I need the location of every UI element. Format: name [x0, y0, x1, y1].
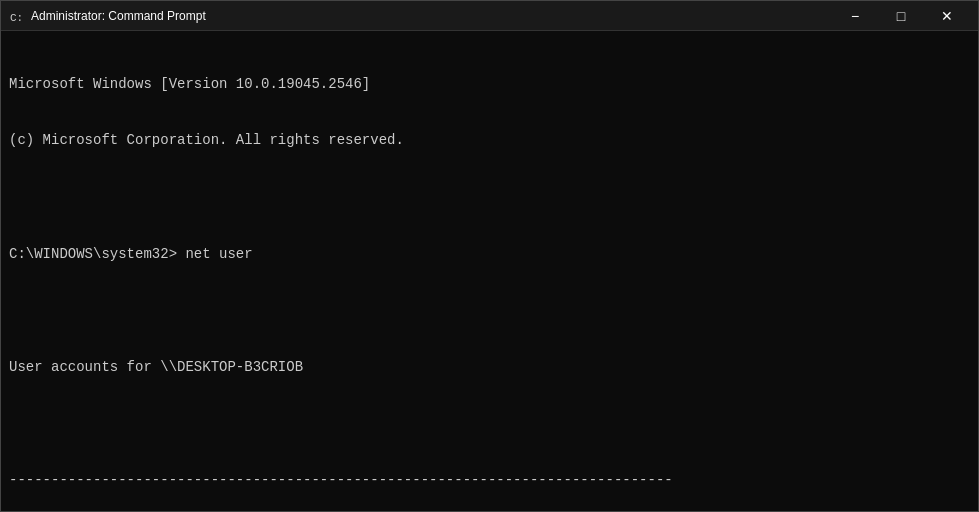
cmd-window: C: Administrator: Command Prompt − □ ✕ M… [0, 0, 979, 512]
minimize-button[interactable]: − [832, 1, 878, 31]
maximize-button[interactable]: □ [878, 1, 924, 31]
console-line-4: C:\WINDOWS\system32> net user [9, 245, 970, 264]
svg-text:C:: C: [10, 12, 23, 24]
console-line-3 [9, 188, 970, 207]
console-line-1: Microsoft Windows [Version 10.0.19045.25… [9, 75, 970, 94]
console-line-5 [9, 301, 970, 320]
title-bar: C: Administrator: Command Prompt − □ ✕ [1, 1, 978, 31]
console-line-2: (c) Microsoft Corporation. All rights re… [9, 131, 970, 150]
close-button[interactable]: ✕ [924, 1, 970, 31]
console-line-7 [9, 415, 970, 434]
window-controls: − □ ✕ [832, 1, 970, 31]
cmd-icon: C: [9, 8, 25, 24]
console-output: Microsoft Windows [Version 10.0.19045.25… [1, 31, 978, 511]
window-title: Administrator: Command Prompt [31, 9, 832, 23]
console-line-6: User accounts for \\DESKTOP-B3CRIOB [9, 358, 970, 377]
console-separator: ----------------------------------------… [9, 471, 970, 490]
